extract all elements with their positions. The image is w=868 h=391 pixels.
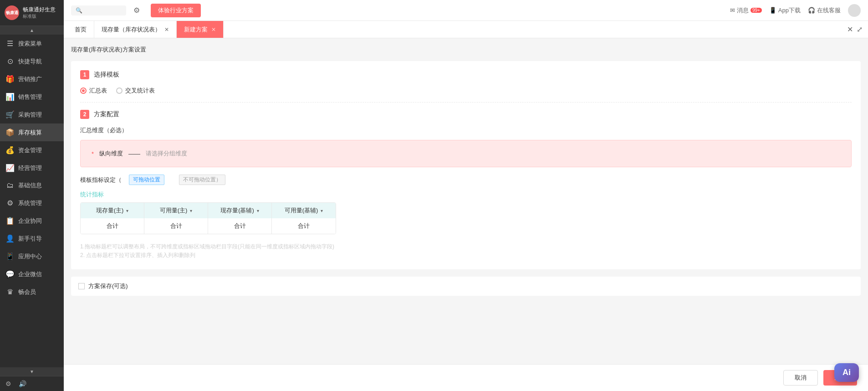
- sidebar-item-vip[interactable]: ♛ 畅会员: [0, 283, 64, 301]
- col-cell-2: 合计: [208, 218, 272, 234]
- topbar: 🔍 ⚙ 体验行业方案 ✉ 消息 99+ 📱 App下载 🎧 在线客服: [64, 0, 868, 21]
- tabs-right-actions: ✕ ⤢: [847, 21, 868, 38]
- sidebar-item-marketing[interactable]: 🎁 营销推广: [0, 70, 64, 88]
- sidebar-item-quick-nav[interactable]: ⊙ 快捷导航: [0, 52, 64, 70]
- tab-expand-btn[interactable]: ⤢: [857, 25, 863, 34]
- sidebar-item-label: 营销推广: [18, 75, 42, 83]
- col-header-1[interactable]: 可用量(主) ▾: [144, 203, 208, 218]
- settings-icon[interactable]: ⚙: [5, 380, 11, 387]
- message-icon: ✉: [730, 7, 735, 14]
- radio-summary[interactable]: 汇总表: [80, 87, 107, 95]
- movable-tag: 可拖动位置: [129, 175, 164, 185]
- stats-section: 统计指标 现存量(主) ▾ 可用量(主) ▾ 现存量(基辅): [80, 190, 852, 236]
- save-checkbox[interactable]: [78, 283, 85, 289]
- sidebar-item-label: 系统管理: [18, 199, 42, 207]
- basic-info-icon: 🗂: [5, 181, 15, 190]
- gear-icon[interactable]: ⚙: [132, 4, 142, 16]
- dimension-field-label: 纵向维度: [99, 149, 123, 158]
- content-area: 现存量(库存状况表)方案设置 1 选择模板 汇总表 交叉统计表 2: [64, 38, 868, 364]
- radio-cross[interactable]: 交叉统计表: [116, 87, 155, 95]
- mobile-icon: 📱: [769, 7, 776, 14]
- search-box[interactable]: 🔍: [71, 5, 126, 15]
- sidebar-item-system[interactable]: ⚙ 系统管理: [0, 194, 64, 212]
- step1-header: 1 选择模板: [80, 70, 852, 79]
- sidebar-item-label: 企业微信: [18, 270, 42, 278]
- sidebar-item-inventory[interactable]: 📦 库存核算: [0, 123, 64, 141]
- inventory-icon: 📦: [5, 128, 15, 137]
- headset-icon: 🎧: [808, 7, 815, 14]
- tab-inventory-status[interactable]: 现存量（库存状况表） ✕: [94, 21, 177, 38]
- cooperation-icon: 📋: [5, 216, 15, 225]
- indicator-setting-row: 模板指标设定（ 可拖动位置 不可拖动位置）: [80, 175, 852, 185]
- stats-table: 现存量(主) ▾ 可用量(主) ▾ 现存量(基辅) ▾ 可用量(基辅): [80, 202, 336, 234]
- sidebar-item-label: 搜索菜单: [18, 40, 42, 48]
- sidebar-item-basic-info[interactable]: 🗂 基础信息: [0, 177, 64, 194]
- sidebar-item-cooperation[interactable]: 📋 企业协同: [0, 212, 64, 230]
- sidebar: 畅康通 畅康通好生意 标准版 ▲ ☰ 搜索菜单 ⊙ 快捷导航 🎁 营销推广 📊 …: [0, 0, 64, 391]
- app-edition: 标准版: [23, 13, 56, 20]
- tab-home[interactable]: 首页: [67, 21, 94, 38]
- sidebar-item-label: 应用中心: [18, 252, 42, 261]
- avatar[interactable]: [848, 4, 861, 17]
- sidebar-item-finance[interactable]: 💰 资金管理: [0, 141, 64, 159]
- dimension-required-mark: *: [92, 150, 94, 157]
- sidebar-item-label: 新手引导: [18, 235, 42, 243]
- chevron-down-icon: ▾: [126, 208, 128, 213]
- cancel-button[interactable]: 取消: [783, 370, 818, 386]
- sidebar-scroll-down[interactable]: ▼: [0, 367, 64, 376]
- sidebar-item-search-menu[interactable]: ☰ 搜索菜单: [0, 35, 64, 52]
- col-header-3[interactable]: 可用量(基辅) ▾: [272, 203, 336, 218]
- chevron-down-icon: ▾: [257, 208, 259, 213]
- sidebar-item-sales[interactable]: 📊 销售管理: [0, 88, 64, 106]
- trial-btn[interactable]: 体验行业方案: [151, 4, 201, 17]
- volume-icon[interactable]: 🔊: [19, 380, 26, 387]
- sidebar-item-new-guide[interactable]: 👤 新手引导: [0, 230, 64, 247]
- service-btn[interactable]: 🎧 在线客服: [808, 6, 841, 15]
- tab-new-plan[interactable]: 新建方案 ✕: [177, 21, 224, 38]
- step1-num: 1: [80, 70, 89, 79]
- col-cell-1: 合计: [144, 218, 208, 234]
- sidebar-item-app-center[interactable]: 📱 应用中心: [0, 247, 64, 265]
- sidebar-item-label: 销售管理: [18, 93, 42, 101]
- fixed-tag: 不可拖动位置）: [179, 175, 225, 185]
- stats-table-header: 现存量(主) ▾ 可用量(主) ▾ 现存量(基辅) ▾ 可用量(基辅): [81, 203, 336, 218]
- col-header-0[interactable]: 现存量(主) ▾: [81, 203, 144, 218]
- dimension-dash: ——: [128, 150, 140, 157]
- chevron-down-icon: ▾: [190, 208, 192, 213]
- template-radio-group: 汇总表 交叉统计表: [80, 87, 852, 95]
- app-center-icon: 📱: [5, 252, 15, 261]
- sales-icon: 📊: [5, 93, 15, 101]
- new-guide-icon: 👤: [5, 234, 15, 243]
- sidebar-logo: 畅康通 畅康通好生意 标准版: [0, 0, 64, 26]
- search-input[interactable]: [85, 7, 122, 14]
- tab-new-plan-close-icon[interactable]: ✕: [211, 26, 216, 33]
- sidebar-item-operations[interactable]: 📈 经营管理: [0, 159, 64, 177]
- system-icon: ⚙: [5, 199, 15, 207]
- col-header-2[interactable]: 现存量(基辅) ▾: [208, 203, 272, 218]
- footer-bar: 取消 查询: [64, 364, 868, 391]
- new-plan-tab-label: 新建方案: [184, 26, 208, 34]
- tab-close-window-btn[interactable]: ✕: [847, 25, 853, 34]
- app-download-btn[interactable]: 📱 App下载: [769, 6, 801, 15]
- chevron-down-icon: ▾: [321, 208, 323, 213]
- sidebar-item-purchase[interactable]: 🛒 采购管理: [0, 106, 64, 123]
- stats-title: 统计指标: [80, 190, 852, 199]
- tab-bar: 首页 现存量（库存状况表） ✕ 新建方案 ✕ ✕ ⤢: [64, 21, 868, 38]
- sidebar-item-enterprise-wechat[interactable]: 💬 企业微信: [0, 265, 64, 283]
- summary-dimension-label: 汇总维度（必选）: [80, 126, 852, 134]
- ai-float-button[interactable]: Ai: [834, 363, 859, 382]
- enterprise-wechat-icon: 💬: [5, 270, 15, 278]
- messages-btn[interactable]: ✉ 消息 99+: [730, 6, 762, 15]
- radio-cross-dot: [116, 87, 123, 94]
- col-cell-3: 合计: [272, 218, 336, 234]
- save-option-label: 方案保存(可选): [88, 282, 128, 290]
- sidebar-item-label: 快捷导航: [18, 57, 42, 66]
- quick-nav-icon: ⊙: [5, 57, 15, 66]
- tips-item-2: 2. 点击标题栏下拉可设置排序、插入列和删除列: [80, 252, 852, 259]
- app-name: 畅康通好生意: [23, 6, 56, 14]
- tab-inventory-close-icon[interactable]: ✕: [164, 26, 169, 33]
- step2-title: 方案配置: [94, 110, 119, 118]
- sidebar-scroll-up[interactable]: ▲: [0, 26, 64, 35]
- sidebar-item-label: 企业协同: [18, 217, 42, 225]
- dimension-selection-box[interactable]: * 纵向维度 —— 请选择分组维度: [80, 140, 852, 167]
